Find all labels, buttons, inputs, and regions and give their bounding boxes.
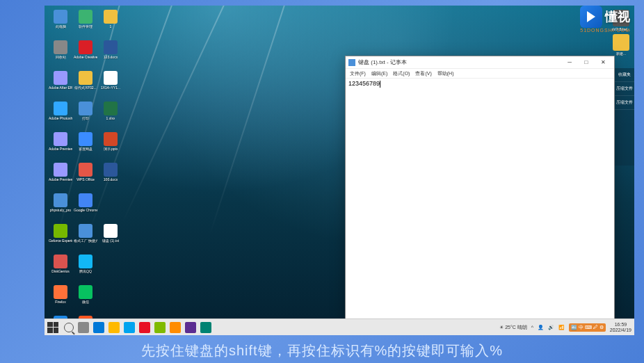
side-item[interactable]: 压缩文件 — [615, 96, 634, 110]
desktop-icon[interactable]: 此电脑 — [49, 10, 72, 39]
tray-volume-icon[interactable]: 🔊 — [548, 325, 554, 330]
desktop-icon[interactable]: 格式工厂 快捷方式 — [74, 224, 97, 253]
desktop-icon[interactable]: WPS Office — [74, 163, 97, 192]
taskbar-app[interactable] — [139, 322, 150, 333]
text-cursor — [380, 81, 380, 88]
notepad-menubar: 文件(F) 编辑(E) 格式(O) 查看(V) 帮助(H) — [346, 69, 614, 79]
taskbar-app[interactable] — [154, 322, 166, 333]
desktop-icon[interactable]: Adobe Premiere Pro 2020 — [49, 132, 72, 161]
ime-indicator[interactable]: 🔤 中 ⌨ 🖊 ⚙ — [569, 323, 606, 332]
task-view-icon[interactable] — [78, 322, 89, 333]
desktop-icon[interactable]: phpstudy_pro — [49, 193, 72, 223]
desktop-icon[interactable]: Geforce Experience — [49, 224, 72, 253]
tray-chevron[interactable]: ^ — [531, 325, 533, 330]
notepad-icon — [348, 59, 355, 66]
desktop-icon[interactable]: 1X14~YY1... — [99, 71, 122, 100]
menu-help[interactable]: 帮助(H) — [437, 70, 454, 77]
system-tray: ☀ 25°C 晴朗 ^ 👤 🔊 📶 🔤 中 ⌨ 🖊 ⚙ 16:59 2022/4… — [499, 322, 631, 332]
desktop-icon[interactable]: Adobe Photoshop 2020 — [49, 102, 72, 131]
close-button[interactable]: ✕ — [595, 57, 611, 68]
taskbar-app[interactable] — [185, 322, 196, 333]
taskbar-app[interactable] — [108, 322, 120, 333]
notepad-window[interactable]: 键盘 (1).txt - 记事本 ─ □ ✕ 文件(F) 编辑(E) 格式(O)… — [345, 56, 615, 320]
desktop-icon[interactable]: Adobe After Effects 2020 — [49, 71, 72, 100]
desktop-icon[interactable]: 百度网盘 — [74, 132, 97, 161]
start-button[interactable] — [47, 322, 58, 333]
subtitle-caption: 先按住键盘的shift键，再按住标识有%的按键即可输入% — [0, 341, 644, 360]
side-item[interactable]: 压缩文件 — [615, 82, 634, 96]
desktop-icon[interactable]: 腾讯QQ — [74, 255, 97, 284]
menu-view[interactable]: 查看(V) — [415, 70, 431, 77]
desktop-icon[interactable]: 软件管理 — [74, 10, 97, 39]
notepad-titlebar[interactable]: 键盘 (1).txt - 记事本 ─ □ ✕ — [346, 56, 614, 69]
desktop-icon[interactable]: Adobe Creative Cloud — [74, 40, 97, 70]
menu-edit[interactable]: 编辑(E) — [371, 70, 387, 77]
desktop-icon[interactable]: 演示.pptx — [99, 132, 122, 161]
desktop-icons-grid: 此电脑软件管理1回收站Adobe Creative Cloud123.docxA… — [49, 10, 172, 335]
taskbar-app[interactable] — [124, 322, 135, 333]
desktop-icon[interactable]: 微信 — [74, 285, 97, 314]
brand-url: 51DONGSHI.COM — [580, 28, 630, 33]
desktop-icon[interactable]: Firefox — [49, 285, 72, 314]
taskbar-apps — [89, 322, 211, 333]
desktop-icon[interactable]: DiskGenius — [49, 255, 72, 284]
menu-format[interactable]: 格式(O) — [393, 70, 410, 77]
desktop-icon[interactable]: 得代式XP32... — [74, 71, 97, 100]
desktop-icon[interactable]: 1 — [99, 10, 122, 39]
watermark-logo: 懂视 51DONGSHI.COM — [580, 6, 630, 28]
taskbar-app[interactable] — [170, 322, 181, 333]
side-item[interactable]: 收藏夹 — [615, 68, 634, 82]
desktop-icon[interactable]: Google Chrome — [74, 193, 97, 223]
tray-user-icon[interactable]: 👤 — [538, 325, 544, 330]
brand-name: 懂视 — [605, 8, 630, 25]
taskbar: ☀ 25°C 晴朗 ^ 👤 🔊 📶 🔤 中 ⌨ 🖊 ⚙ 16:59 2022/4… — [45, 318, 634, 335]
maximize-button[interactable]: □ — [578, 57, 595, 68]
desktop-icon[interactable]: 打印 — [74, 102, 97, 131]
desktop-icon[interactable]: 123.docx — [99, 40, 122, 70]
desktop-icon[interactable]: 新建... — [613, 34, 629, 56]
play-icon — [580, 6, 602, 28]
side-panel: 收藏夹 压缩文件 压缩文件 — [615, 68, 634, 166]
notepad-title: 键盘 (1).txt - 记事本 — [358, 58, 561, 66]
clock[interactable]: 16:59 2022/4/19 — [610, 322, 631, 332]
search-icon[interactable] — [64, 323, 74, 332]
weather-widget[interactable]: ☀ 25°C 晴朗 — [499, 324, 527, 331]
desktop-screen: 此电脑软件管理1回收站Adobe Creative Cloud123.docxA… — [45, 6, 634, 335]
notepad-textarea[interactable]: 123456789 — [346, 79, 614, 89]
desktop-icon[interactable]: Adobe Premiere Pro 20... — [49, 163, 72, 192]
taskbar-app[interactable] — [200, 322, 211, 333]
tray-network-icon[interactable]: 📶 — [558, 325, 565, 330]
minimize-button[interactable]: ─ — [561, 57, 578, 68]
menu-file[interactable]: 文件(F) — [350, 70, 366, 77]
taskbar-app[interactable] — [93, 322, 104, 333]
desktop-icon[interactable]: 1.xlsx — [99, 102, 122, 131]
desktop-icon[interactable]: 回收站 — [49, 40, 72, 70]
desktop-icon[interactable]: 100.docx — [99, 163, 122, 192]
desktop-icon[interactable]: 键盘 (1).txt — [99, 224, 122, 253]
